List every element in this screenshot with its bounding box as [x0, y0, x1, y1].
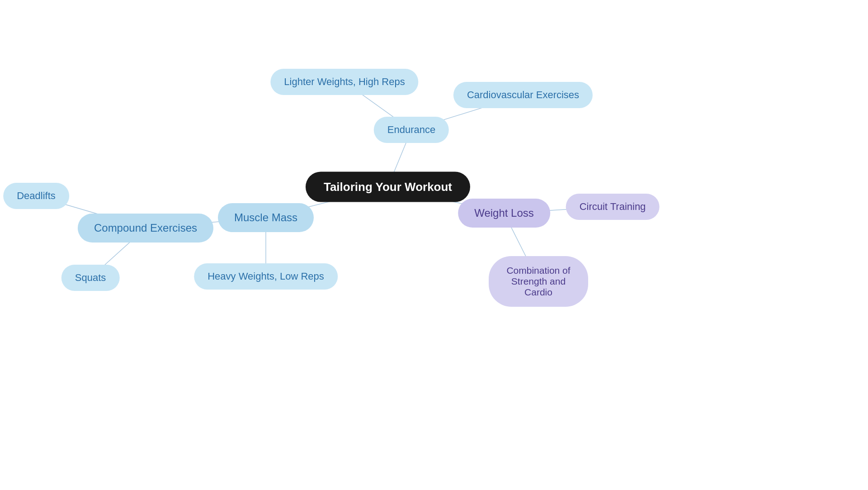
deadlifts-node[interactable]: Deadlifts [3, 183, 69, 209]
combination-node[interactable]: Combination of Strength and Cardio [489, 256, 588, 307]
squats-node[interactable]: Squats [61, 265, 120, 291]
compound-exercises-label: Compound Exercises [94, 222, 197, 234]
cardiovascular-label: Cardiovascular Exercises [467, 89, 579, 101]
compound-exercises-node[interactable]: Compound Exercises [78, 214, 213, 243]
muscle-mass-label: Muscle Mass [234, 211, 297, 224]
squats-label: Squats [75, 272, 106, 284]
lighter-weights-label: Lighter Weights, High Reps [284, 76, 405, 88]
weight-loss-node[interactable]: Weight Loss [458, 199, 550, 228]
cardiovascular-node[interactable]: Cardiovascular Exercises [453, 82, 593, 108]
lighter-weights-node[interactable]: Lighter Weights, High Reps [270, 69, 418, 95]
center-label: Tailoring Your Workout [324, 180, 452, 194]
circuit-training-label: Circuit Training [580, 201, 646, 213]
muscle-mass-node[interactable]: Muscle Mass [218, 203, 314, 232]
center-node[interactable]: Tailoring Your Workout [306, 172, 470, 202]
heavy-weights-node[interactable]: Heavy Weights, Low Reps [194, 263, 338, 290]
circuit-training-node[interactable]: Circuit Training [566, 194, 660, 220]
heavy-weights-label: Heavy Weights, Low Reps [208, 271, 324, 282]
weight-loss-label: Weight Loss [474, 207, 534, 219]
deadlifts-label: Deadlifts [17, 190, 56, 202]
endurance-label: Endurance [387, 124, 435, 136]
combination-label: Combination of Strength and Cardio [502, 265, 575, 298]
endurance-node[interactable]: Endurance [374, 117, 449, 143]
